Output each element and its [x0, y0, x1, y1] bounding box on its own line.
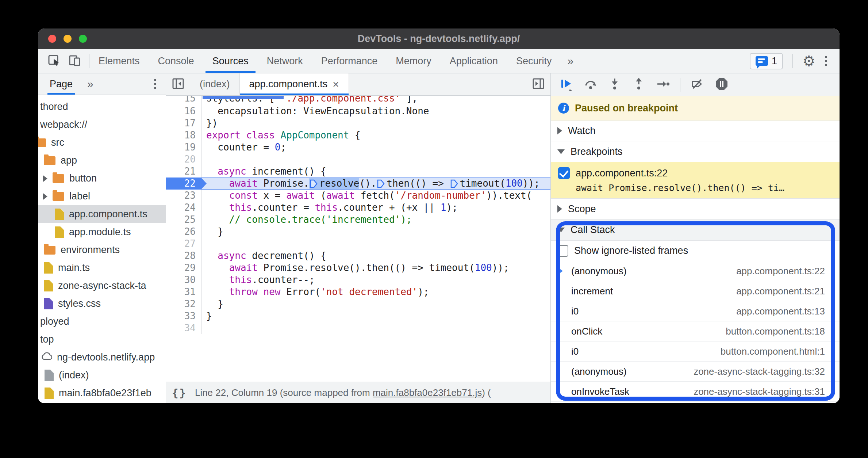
tree-expand-arrow-icon[interactable]	[43, 193, 47, 200]
minimize-window-button[interactable]	[64, 35, 72, 43]
code-line-24[interactable]: 24 this.counter = this.counter + (+x || …	[166, 202, 550, 214]
line-number-gutter[interactable]: 30	[166, 274, 202, 286]
close-tab-icon[interactable]: ×	[333, 78, 339, 91]
settings-gear-icon[interactable]: ⚙	[802, 54, 815, 68]
breakpoint-checkbox[interactable]	[558, 167, 570, 179]
code-line-25[interactable]: 25 // console.trace('incremented');	[166, 214, 550, 226]
call-stack-frame[interactable]: (anonymous)app.component.ts:22	[551, 261, 840, 281]
code-line-30[interactable]: 30 this.counter--;	[166, 274, 550, 286]
code-line-31[interactable]: 31 throw new Error('not decremented');	[166, 286, 550, 298]
line-number-gutter[interactable]: 34	[166, 322, 202, 334]
line-number-gutter[interactable]: 29	[166, 262, 202, 274]
line-number-gutter[interactable]: 21	[166, 165, 202, 178]
tree-item-src[interactable]: src	[38, 134, 166, 152]
line-number-gutter[interactable]: 25	[166, 214, 202, 226]
tree-item-ng-devtools.netlify.app[interactable]: ng-devtools.netlify.app	[38, 348, 166, 366]
step-into-icon[interactable]	[608, 77, 622, 92]
tab-elements[interactable]: Elements	[89, 49, 149, 73]
code-line-19[interactable]: 19 counter = 0;	[166, 141, 550, 153]
line-number-gutter[interactable]: 18	[166, 129, 202, 141]
section-call-stack[interactable]: Call Stack	[551, 220, 840, 241]
line-number-gutter[interactable]: 33	[166, 310, 202, 322]
code-line-22[interactable]: 22 await Promise.resolve().then(() => ti…	[166, 178, 550, 190]
code-line-32[interactable]: 32 }	[166, 298, 550, 310]
tab-network[interactable]: Network	[258, 49, 312, 73]
tree-item-label[interactable]: label	[38, 187, 166, 205]
customize-menu-icon[interactable]	[825, 56, 827, 66]
line-number-gutter[interactable]: 23	[166, 190, 202, 202]
section-watch[interactable]: Watch	[551, 121, 840, 141]
code-line-16[interactable]: 16 encapsulation: ViewEncapsulation.None	[166, 105, 550, 117]
section-breakpoints[interactable]: Breakpoints	[551, 141, 840, 162]
code-line-20[interactable]: 20	[166, 153, 550, 165]
pause-on-exceptions-icon[interactable]	[715, 77, 729, 92]
code-line-21[interactable]: 21 async increment() {	[166, 165, 550, 178]
more-navigator-tabs-button[interactable]: »	[87, 78, 93, 90]
tab-page[interactable]: Page	[47, 73, 75, 95]
more-panels-button[interactable]: »	[561, 49, 580, 73]
line-number-gutter[interactable]: 27	[166, 238, 202, 250]
tree-item-button[interactable]: button	[38, 169, 166, 187]
navigator-menu-icon[interactable]	[154, 79, 156, 89]
collapse-sidebar-icon[interactable]	[172, 78, 184, 91]
code-line-33[interactable]: 33}	[166, 310, 550, 322]
tree-item-main.fa8bfa0e23f1eb[interactable]: main.fa8bfa0e23f1eb	[38, 384, 166, 402]
tree-item-environments[interactable]: environments	[38, 241, 166, 259]
line-number-gutter[interactable]: 19	[166, 141, 202, 153]
call-stack-frame[interactable]: (anonymous)zone-async-stack-tagging.ts:3…	[551, 362, 840, 382]
breakpoint-entry[interactable]: app.component.ts:22await Promise.resolve…	[551, 162, 840, 199]
tab-sources[interactable]: Sources	[203, 49, 258, 73]
code-line-28[interactable]: 28 async decrement() {	[166, 250, 550, 262]
tree-item-main.ts[interactable]: main.ts	[38, 259, 166, 277]
tree-item-app.component.ts[interactable]: app.component.ts	[38, 205, 166, 223]
zoom-window-button[interactable]	[79, 35, 87, 43]
line-number-gutter[interactable]: 32	[166, 298, 202, 310]
line-number-gutter[interactable]: 24	[166, 202, 202, 214]
tab-performance[interactable]: Performance	[312, 49, 387, 73]
tree-item--index-[interactable]: (index)	[38, 366, 166, 384]
deactivate-breakpoints-icon[interactable]	[691, 77, 704, 92]
device-toolbar-icon[interactable]	[69, 54, 82, 68]
close-window-button[interactable]	[48, 35, 56, 43]
tree-item-thored[interactable]: thored	[38, 98, 166, 116]
tree-item-top[interactable]: top	[38, 331, 166, 348]
expand-debugger-icon[interactable]	[532, 78, 545, 91]
tree-item-app[interactable]: app	[38, 152, 166, 169]
call-stack-frame[interactable]: onInvokeTaskzone-async-stack-tagging.ts:…	[551, 382, 840, 402]
inspect-element-icon[interactable]	[47, 54, 61, 68]
line-number-gutter[interactable]: 28	[166, 250, 202, 262]
code-line-17[interactable]: 17})	[166, 117, 550, 129]
line-number-gutter[interactable]: 26	[166, 226, 202, 238]
code-line-23[interactable]: 23 const x = await (await fetch('/random…	[166, 190, 550, 202]
execution-line-gutter-badge[interactable]: 22	[166, 178, 202, 189]
tree-item-webpack-[interactable]: webpack://	[38, 116, 166, 134]
tree-item-styles.css[interactable]: styles.css	[38, 295, 166, 313]
resume-script-icon[interactable]	[559, 77, 573, 93]
tree-expand-arrow-icon[interactable]	[43, 175, 47, 182]
code-line-26[interactable]: 26 }	[166, 226, 550, 238]
code-line-34[interactable]: 34	[166, 322, 550, 334]
code-line-29[interactable]: 29 await Promise.resolve().then(() => ti…	[166, 262, 550, 274]
line-number-gutter[interactable]: 16	[166, 105, 202, 117]
step-icon[interactable]	[656, 77, 670, 92]
tree-item-zone-async-stack-ta[interactable]: zone-async-stack-ta	[38, 277, 166, 295]
source-map-link[interactable]: main.fa8bfa0e23f1eb71.js	[373, 387, 482, 398]
tab-memory[interactable]: Memory	[387, 49, 441, 73]
show-ignore-listed-checkbox[interactable]	[557, 245, 568, 257]
tree-item-ployed[interactable]: ployed	[38, 313, 166, 331]
call-stack-frame[interactable]: i0button.component.html:1	[551, 341, 840, 362]
tab-security[interactable]: Security	[507, 49, 561, 73]
line-number-gutter[interactable]: 31	[166, 286, 202, 298]
code-editor[interactable]: 15styleUrls: [ './app.component.css' ],1…	[166, 96, 550, 382]
issues-counter-button[interactable]: 1	[750, 53, 783, 69]
line-number-gutter[interactable]: 17	[166, 117, 202, 129]
code-line-18[interactable]: 18export class AppComponent {	[166, 129, 550, 141]
line-number-gutter[interactable]: 20	[166, 153, 202, 165]
editor-tab-app.component.ts[interactable]: app.component.ts×	[239, 73, 349, 95]
tree-item-app.module.ts[interactable]: app.module.ts	[38, 223, 166, 241]
line-number-gutter[interactable]: 15	[166, 96, 202, 105]
step-over-icon[interactable]	[584, 77, 598, 92]
step-out-icon[interactable]	[632, 77, 646, 92]
show-ignore-listed-frames-row[interactable]: Show ignore-listed frames	[551, 241, 840, 261]
editor-tab--index-[interactable]: (index)	[190, 73, 239, 95]
